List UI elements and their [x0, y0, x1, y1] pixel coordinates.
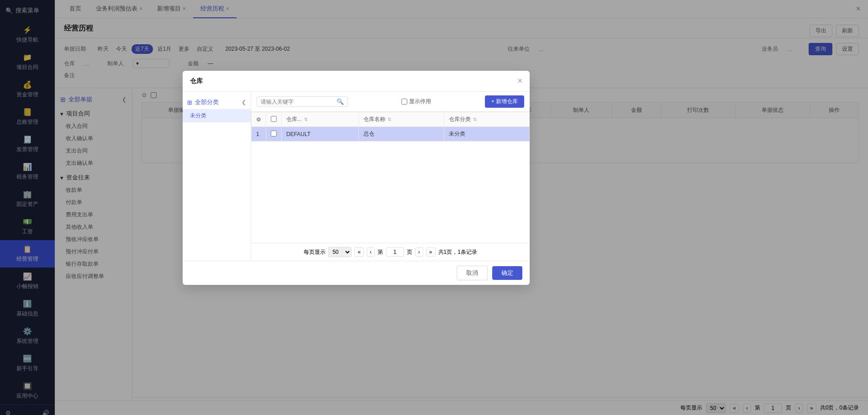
- modal-row-code: DEFAULT: [282, 127, 359, 142]
- modal-all-category: ⊞ 全部分类: [187, 98, 219, 106]
- modal-pagination: 每页显示 50 100 « ‹ 第 页 › » 共1页，1条记录: [251, 243, 530, 261]
- sort-icon-category: ⇅: [473, 117, 477, 122]
- warehouse-modal: 仓库 × ⊞ 全部分类 ❮ 未分类 🔍 显: [183, 71, 530, 285]
- modal-tree-header[interactable]: ⊞ 全部分类 ❮: [183, 95, 251, 109]
- show-disabled-text: 显示停用: [409, 98, 431, 105]
- modal-page-label: 页: [407, 248, 412, 256]
- modal-row-checkbox[interactable]: [266, 127, 282, 142]
- modal-search-input[interactable]: [261, 99, 335, 105]
- show-disabled-label[interactable]: 显示停用: [401, 98, 431, 105]
- modal-col-checkbox: [266, 112, 282, 127]
- modal-table-row[interactable]: 1 DEFAULT 总仓 未分类: [252, 127, 530, 142]
- modal-content-toolbar: 🔍 显示停用 + 新增仓库: [251, 92, 530, 112]
- modal-title: 仓库: [190, 77, 203, 85]
- modal-col-name[interactable]: 仓库名称 ⇅: [358, 112, 444, 127]
- tree-item-unclassified[interactable]: 未分类: [183, 109, 251, 122]
- modal-cancel-btn[interactable]: 取消: [457, 266, 488, 280]
- modal-header: 仓库 ×: [183, 71, 530, 92]
- modal-select-all[interactable]: [271, 116, 277, 122]
- modal-page-size-label: 每页显示: [304, 248, 326, 256]
- modal-table: ⚙ 仓库... ⇅ 仓库名称 ⇅ 仓库分类 ⇅: [251, 112, 530, 142]
- sort-icon-name: ⇅: [388, 117, 391, 122]
- sort-icon-code: ⇅: [304, 117, 308, 122]
- modal-row-name: 总仓: [358, 127, 444, 142]
- modal-col-settings[interactable]: ⚙: [252, 112, 266, 127]
- modal-col-code[interactable]: 仓库... ⇅: [282, 112, 359, 127]
- modal-confirm-btn[interactable]: 确定: [492, 266, 522, 280]
- modal-last-page[interactable]: »: [426, 247, 436, 257]
- modal-tree-panel: ⊞ 全部分类 ❮ 未分类: [183, 92, 251, 261]
- grid-icon-2: ⊞: [187, 99, 192, 106]
- show-disabled-checkbox[interactable]: [401, 99, 407, 105]
- modal-all-label: 全部分类: [195, 98, 219, 106]
- modal-body: ⊞ 全部分类 ❮ 未分类 🔍 显示停用 + 新增仓库: [183, 92, 530, 261]
- modal-table-wrap: ⚙ 仓库... ⇅ 仓库名称 ⇅ 仓库分类 ⇅: [251, 112, 530, 243]
- modal-current-page[interactable]: [386, 247, 404, 257]
- modal-row-category: 未分类: [444, 127, 529, 142]
- modal-search-icon[interactable]: 🔍: [337, 98, 344, 105]
- tree-collapse-icon[interactable]: ❮: [242, 99, 246, 105]
- modal-page-size-select[interactable]: 50 100: [328, 247, 352, 257]
- modal-first-page[interactable]: «: [354, 247, 364, 257]
- modal-row-index: 1: [252, 127, 266, 142]
- modal-search-box: 🔍: [257, 96, 348, 107]
- modal-col-category[interactable]: 仓库分类 ⇅: [444, 112, 529, 127]
- modal-footer: 取消 确定: [183, 261, 530, 285]
- modal-prev-page[interactable]: ‹: [367, 247, 375, 257]
- modal-close-icon[interactable]: ×: [517, 76, 522, 86]
- modal-next-page[interactable]: ›: [415, 247, 423, 257]
- modal-content-panel: 🔍 显示停用 + 新增仓库 ⚙: [251, 92, 530, 261]
- add-warehouse-btn[interactable]: + 新增仓库: [485, 95, 524, 108]
- modal-total-info: 共1页，1条记录: [438, 248, 477, 256]
- modal-page-pre-label: 第: [378, 248, 383, 256]
